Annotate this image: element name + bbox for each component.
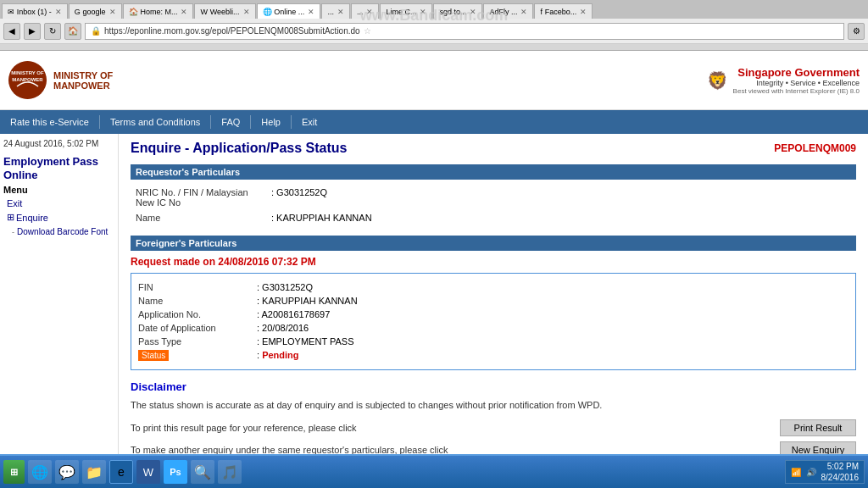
sidebar: 24 August 2016, 5:02 PM Employment PassO… <box>0 134 119 488</box>
table-row: Name : KARUPPIAH KANNAN <box>131 210 856 225</box>
detail-date: Date of Application : 20/08/2016 <box>138 321 849 335</box>
detail-status: Status : Pending <box>138 348 849 363</box>
taskbar-icon-chat[interactable]: 💬 <box>55 460 79 484</box>
name-label: Name <box>131 210 266 225</box>
nav-exit[interactable]: Exit <box>292 115 327 129</box>
svg-text:MINISTRY OF: MINISTRY OF <box>11 70 44 75</box>
nav-rate[interactable]: Rate this e-Service <box>0 115 100 129</box>
sidebar-menu-title: Menu <box>3 185 114 195</box>
tab-adfly[interactable]: AdFly ...✕ <box>483 3 533 19</box>
taskbar-icon-media[interactable]: 🎵 <box>218 460 242 484</box>
browser-tabs[interactable]: ✉ Inbox (1) -✕ G google✕ 🏠 Home: M...✕ W… <box>0 0 868 19</box>
gov-tagline: Integrity • Service • Excellence <box>733 79 860 87</box>
sidebar-title: Employment PassOnline <box>3 155 114 181</box>
requestors-table: NRIC No. / FIN / MalaysianNew IC No : G3… <box>131 185 856 225</box>
back-button[interactable]: ◀ <box>3 23 20 40</box>
content-header: Enquire - Application/Pass Status PEPOLE… <box>131 141 856 156</box>
request-date: Request made on 24/08/2016 07:32 PM <box>131 256 856 268</box>
settings-button[interactable]: ⚙ <box>848 23 865 40</box>
foreigners-section-header: Foreigner's Particulars <box>131 236 856 251</box>
sidebar-item-exit[interactable]: Exit <box>3 197 114 210</box>
page-title: Enquire - Application/Pass Status <box>131 141 347 156</box>
detail-passtype: Pass Type : EMPLOYMENT PASS <box>138 335 849 348</box>
disclaimer-text: The status shown is accurate as at day o… <box>131 398 856 413</box>
tab-fb[interactable]: f Facebo...✕ <box>534 3 593 19</box>
address-bar[interactable]: 🔒 https://eponline.mom.gov.sg/epol/PEPOL… <box>85 23 844 40</box>
enquire-icon: ⊞ <box>7 212 14 223</box>
home-button[interactable]: 🏠 <box>64 23 81 40</box>
mom-logo-image: MINISTRY OF MANPOWER <box>8 61 47 99</box>
name-value: : KARUPPIAH KANNAN <box>266 210 856 225</box>
detail-fin: FIN : G3031252Q <box>138 280 849 294</box>
forward-button[interactable]: ▶ <box>24 23 41 40</box>
action-enquiry-text: To make another enquiry under the same r… <box>131 445 780 455</box>
form-ref: PEPOLENQM009 <box>774 142 856 154</box>
table-row: NRIC No. / FIN / MalaysianNew IC No : G3… <box>131 185 856 210</box>
svg-text:MANPOWER: MANPOWER <box>12 77 43 82</box>
taskbar-icon-search[interactable]: 🔍 <box>191 460 214 484</box>
disclaimer-title: Disclaimer <box>131 380 856 393</box>
nric-label: NRIC No. / FIN / MalaysianNew IC No <box>131 185 266 210</box>
taskbar-time: 5:02 PM 8/24/2016 <box>821 461 860 483</box>
nav-bar: Rate this e-Service Terms and Conditions… <box>0 110 868 134</box>
sidebar-item-enquire[interactable]: ⊞ Enquire <box>3 210 114 225</box>
tab-inbox[interactable]: ✉ Inbox (1) -✕ <box>2 3 68 19</box>
tab-online[interactable]: 🌐 Online ...✕ <box>257 3 321 19</box>
detail-name: Name : KARUPPIAH KANNAN <box>138 294 849 308</box>
tab-home[interactable]: 🏠 Home: M...✕ <box>123 3 194 19</box>
nav-help[interactable]: Help <box>251 115 292 129</box>
tab-extra2[interactable]: ...✕ <box>351 3 380 19</box>
details-box: FIN : G3031252Q Name : KARUPPIAH KANNAN … <box>131 273 856 370</box>
detail-appno: Application No. : A200816178697 <box>138 308 849 321</box>
taskbar-icon-folder[interactable]: 📁 <box>82 460 106 484</box>
bookmark-icon[interactable]: ☆ <box>364 26 371 36</box>
gov-note: Best viewed with Internet Explorer (IE) … <box>733 87 860 95</box>
nric-value: : G3031252Q <box>266 185 856 210</box>
gov-title: Singapore Government <box>733 66 860 79</box>
url-text: https://eponline.mom.gov.sg/epol/PEPOLEN… <box>104 26 360 36</box>
taskbar-icon-browser[interactable]: 🌐 <box>28 460 52 484</box>
tray-icon-network: 📶 <box>791 468 801 477</box>
requestors-section-header: Requestor's Particulars <box>131 164 856 180</box>
taskbar: ⊞ 🌐 💬 📁 e W Ps 🔍 🎵 📶 🔊 5:02 PM 8/24/2016 <box>0 454 868 488</box>
taskbar-tray: 📶 🔊 5:02 PM 8/24/2016 <box>785 460 865 484</box>
browser-toolbar: ◀ ▶ ↻ 🏠 🔒 https://eponline.mom.gov.sg/ep… <box>0 19 868 44</box>
mom-logo-text: MINISTRY OF MANPOWER <box>53 70 113 91</box>
tray-icon-volume: 🔊 <box>806 468 816 477</box>
taskbar-icon-word[interactable]: W <box>136 460 160 484</box>
start-button[interactable]: ⊞ <box>3 460 25 484</box>
sidebar-date: 24 August 2016, 5:02 PM <box>3 139 114 148</box>
tab-extra1[interactable]: ...✕ <box>321 3 350 19</box>
gov-logo: 🦁 Singapore Government Integrity • Servi… <box>707 66 860 95</box>
status-badge: Status <box>138 350 169 361</box>
main-area: 24 August 2016, 5:02 PM Employment PassO… <box>0 134 868 488</box>
tab-google[interactable]: G google✕ <box>69 3 122 19</box>
content-area: Enquire - Application/Pass Status PEPOLE… <box>119 134 868 488</box>
action-print-row: To print this result page for your refer… <box>131 419 856 436</box>
action-print-text: To print this result page for your refer… <box>131 423 780 433</box>
tab-weebly[interactable]: W Weebli...✕ <box>194 3 255 19</box>
nav-faq[interactable]: FAQ <box>211 115 251 129</box>
status-value: Pending <box>262 350 298 360</box>
mom-logo: MINISTRY OF MANPOWER MINISTRY OF MANPOWE… <box>8 61 113 99</box>
tab-sgd[interactable]: sgd to...✕ <box>433 3 482 19</box>
tab-lime[interactable]: Lime C...✕ <box>380 3 432 19</box>
site-header: MINISTRY OF MANPOWER MINISTRY OF MANPOWE… <box>0 51 868 110</box>
print-result-button[interactable]: Print Result <box>780 419 856 436</box>
sidebar-item-barcode[interactable]: - Download Barcode Font <box>3 225 114 238</box>
taskbar-icon-ps[interactable]: Ps <box>164 460 187 484</box>
taskbar-icon-ie[interactable]: e <box>109 460 133 484</box>
refresh-button[interactable]: ↻ <box>44 23 61 40</box>
nav-terms[interactable]: Terms and Conditions <box>100 115 211 129</box>
